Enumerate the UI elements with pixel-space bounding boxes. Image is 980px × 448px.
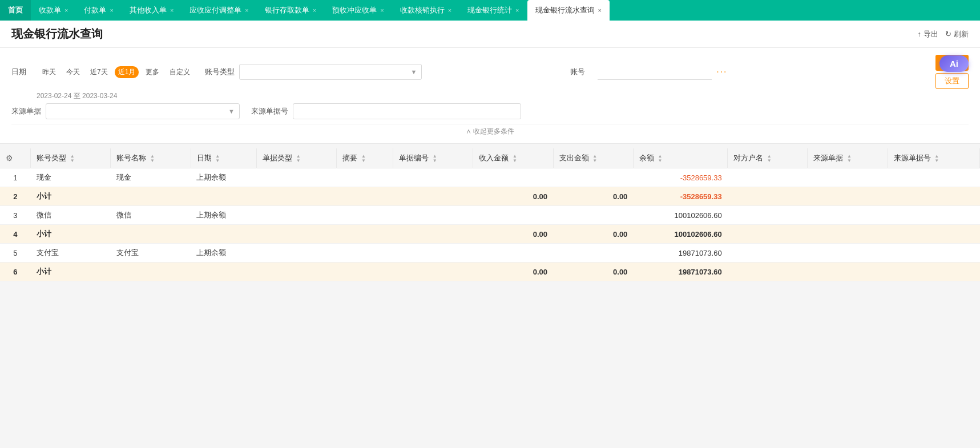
date-opt-1month[interactable]: 近1月 xyxy=(115,66,139,78)
col-account-name[interactable]: 账号名称 ▲▼ xyxy=(111,148,191,168)
col-account-type[interactable]: 账号类型 ▲▼ xyxy=(31,148,111,168)
collapse-bar[interactable]: ∧ 收起更多条件 xyxy=(11,124,969,139)
table-container: ⚙ 账号类型 ▲▼ 账号名称 ▲▼ 日期 ▲▼ 单据类型 ▲▼ xyxy=(0,148,980,281)
cell-account-name xyxy=(111,225,191,244)
cell-income xyxy=(473,168,553,187)
cell-doc-type xyxy=(257,263,337,281)
nav-tab-collection-exec[interactable]: 收款核销执行 × xyxy=(392,0,459,21)
account-type-label: 账号类型 xyxy=(205,67,235,77)
col-doc-no[interactable]: 单据编号 ▲▼ xyxy=(393,148,473,168)
cell-balance: 100102606.60 xyxy=(633,225,727,244)
table-row: 1 现金 现金 上期余额 -3528659.33 xyxy=(0,168,980,187)
table-row: 3 微信 微信 上期余额 100102606.60 xyxy=(0,206,980,225)
close-cash-flow-icon[interactable]: × xyxy=(598,7,602,14)
cell-income: 0.00 xyxy=(473,187,553,206)
nav-tab-bank-deposit[interactable]: 银行存取款单 × xyxy=(257,0,324,21)
cell-no: 1 xyxy=(0,168,31,187)
cell-source-doc-no xyxy=(888,206,979,225)
col-income[interactable]: 收入金额 ▲▼ xyxy=(473,148,553,168)
nav-tab-cash-stats[interactable]: 现金银行统计 × xyxy=(459,0,527,21)
cell-source-doc-no xyxy=(888,187,979,206)
close-other-income-icon[interactable]: × xyxy=(170,7,174,14)
table-row: 4 小计 0.00 0.00 100102606.60 xyxy=(0,225,980,244)
cell-date xyxy=(191,225,256,244)
cell-counterparty xyxy=(728,263,808,281)
cell-no: 4 xyxy=(0,225,31,244)
cell-source-doc-no xyxy=(888,225,979,244)
account-type-select[interactable]: ▼ xyxy=(239,64,422,80)
cell-expense: 0.00 xyxy=(553,187,633,206)
cell-source-doc-no xyxy=(888,263,979,281)
cell-doc-no xyxy=(393,206,473,225)
close-ar-ap-adjust-icon[interactable]: × xyxy=(245,7,248,14)
date-opt-custom[interactable]: 自定义 xyxy=(166,66,193,78)
page-title: 现金银行流水查询 xyxy=(11,26,103,42)
collapse-icon: ∧ xyxy=(466,127,471,135)
close-cash-stats-icon[interactable]: × xyxy=(515,7,519,14)
nav-tab-receipts[interactable]: 收款单 × xyxy=(31,0,76,21)
account-input[interactable] xyxy=(598,64,712,80)
nav-home[interactable]: 首页 xyxy=(0,0,31,21)
col-summary[interactable]: 摘要 ▲▼ xyxy=(337,148,393,168)
cell-doc-no xyxy=(393,168,473,187)
source-doc-select[interactable]: ▼ xyxy=(46,103,240,119)
account-type-filter-cell: 账号类型 ▼ xyxy=(205,64,559,80)
date-label: 日期 xyxy=(11,67,34,77)
close-bank-deposit-icon[interactable]: × xyxy=(313,7,316,14)
col-source-doc-no[interactable]: 来源单据号 ▲▼ xyxy=(888,148,979,168)
nav-tab-other-income[interactable]: 其他收入单 × xyxy=(122,0,182,21)
source-doc-filter-cell: 来源单据 ▼ xyxy=(11,103,240,119)
close-receipts-icon[interactable]: × xyxy=(64,7,68,14)
nav-tab-payments[interactable]: 付款单 × xyxy=(76,0,121,21)
cell-balance: 100102606.60 xyxy=(633,206,727,225)
close-prepay-icon[interactable]: × xyxy=(380,7,384,14)
col-source-doc[interactable]: 来源单据 ▲▼ xyxy=(808,148,888,168)
export-button[interactable]: ↑ 导出 xyxy=(918,29,939,39)
cell-summary xyxy=(337,244,393,263)
nav-tab-prepay[interactable]: 预收冲应收单 × xyxy=(324,0,392,21)
nav-tab-ar-ap-adjust[interactable]: 应收应付调整单 × xyxy=(182,0,256,21)
col-gear[interactable]: ⚙ xyxy=(0,148,31,168)
cell-no: 3 xyxy=(0,206,31,225)
settings-button[interactable]: 设置 xyxy=(935,73,969,89)
col-date[interactable]: 日期 ▲▼ xyxy=(191,148,256,168)
date-options: 昨天 今天 近7天 近1月 更多 自定义 xyxy=(39,66,193,78)
cell-no: 5 xyxy=(0,244,31,263)
date-filter-cell: 日期 昨天 今天 近7天 近1月 更多 自定义 xyxy=(11,66,193,78)
cell-summary xyxy=(337,225,393,244)
account-more-button[interactable]: ··· xyxy=(716,67,727,77)
cell-counterparty xyxy=(728,206,808,225)
date-opt-today[interactable]: 今天 xyxy=(63,66,83,78)
col-doc-type[interactable]: 单据类型 ▲▼ xyxy=(257,148,337,168)
date-opt-yesterday[interactable]: 昨天 xyxy=(39,66,59,78)
cell-balance: 19871073.60 xyxy=(633,244,727,263)
cell-source-doc xyxy=(808,244,888,263)
date-opt-more[interactable]: 更多 xyxy=(142,66,163,78)
col-counterparty[interactable]: 对方户名 ▲▼ xyxy=(728,148,808,168)
nav-tab-cash-flow[interactable]: 现金银行流水查询 × xyxy=(527,0,610,21)
cell-account-name xyxy=(111,263,191,281)
col-expense[interactable]: 支出金额 ▲▼ xyxy=(553,148,633,168)
cell-date: 上期余额 xyxy=(191,206,256,225)
table-row: 2 小计 0.00 0.00 -3528659.33 xyxy=(0,187,980,206)
source-doc-no-label: 来源单据号 xyxy=(251,106,288,116)
cell-expense: 0.00 xyxy=(553,225,633,244)
col-balance[interactable]: 余额 ▲▼ xyxy=(633,148,727,168)
sort-source-doc-icon: ▲▼ xyxy=(847,154,852,163)
close-collection-exec-icon[interactable]: × xyxy=(448,7,451,14)
close-payments-icon[interactable]: × xyxy=(110,7,113,14)
cell-account-type: 小计 xyxy=(31,187,111,206)
date-opt-7days[interactable]: 近7天 xyxy=(87,66,111,78)
cell-doc-no xyxy=(393,263,473,281)
cell-account-type: 小计 xyxy=(31,225,111,244)
ai-badge[interactable]: Ai xyxy=(939,55,969,72)
sort-counterparty-icon: ▲▼ xyxy=(767,154,772,163)
cell-doc-no xyxy=(393,187,473,206)
cell-account-name: 现金 xyxy=(111,168,191,187)
table-body: 1 现金 现金 上期余额 -3528659.33 2 小计 0.00 0.00 … xyxy=(0,168,980,281)
gear-icon[interactable]: ⚙ xyxy=(6,154,13,163)
refresh-button[interactable]: ↻ 刷新 xyxy=(945,29,969,39)
cell-date xyxy=(191,263,256,281)
source-doc-label: 来源单据 xyxy=(11,106,41,116)
source-doc-no-input[interactable] xyxy=(293,103,521,119)
